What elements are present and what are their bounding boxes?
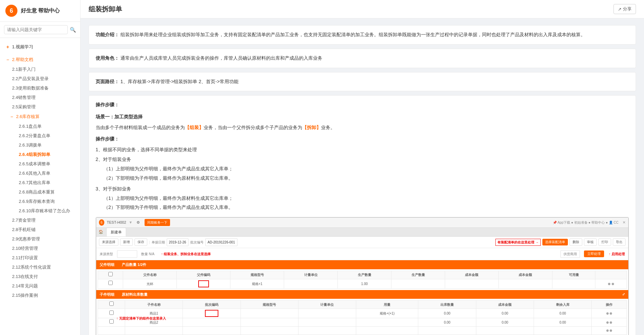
user-role-text: 通常由生产人员或库管人员完成拆装业务的操作，库管人员确认原材料的出库和产成品的入… bbox=[120, 55, 322, 61]
sidebar-item-28[interactable]: 2.8手机旺铺 bbox=[0, 225, 80, 234]
sim-section-header-bottom: 子件明细 原材料出库数量 ⤢ bbox=[96, 290, 628, 299]
step2: 2、对于组装业务 bbox=[96, 156, 629, 164]
search-area: 🔍 bbox=[0, 22, 80, 38]
sim-screen: 6 TEST-H002 ▼ ⚙ 同期账务一下 📌 App下载 ● 初始准备 ● … bbox=[96, 217, 629, 335]
step2-2: （2）下部明细为子件明细，最终作为原材料生成其它出库单。 bbox=[96, 174, 629, 182]
sim-btn-delete[interactable]: 删除 bbox=[570, 238, 582, 246]
page-path-label: 页面路径： bbox=[96, 79, 119, 84]
sidebar-item-213[interactable]: 2.13在线支付 bbox=[0, 272, 80, 281]
search-input[interactable] bbox=[4, 25, 68, 34]
sidebar-item-262[interactable]: 2.6.2分量盘点单 bbox=[7, 131, 80, 141]
sidebar-item-266[interactable]: 2.6.6其他入库单 bbox=[7, 169, 80, 178]
th-cost: 成本金额 bbox=[445, 271, 498, 279]
user-role-label: 使用角色： bbox=[96, 55, 119, 61]
sub-table-row: 商品1 规格+(+1) 0.00 0.00 0.00 ⊕ ⊗ bbox=[98, 309, 627, 318]
sidebar-item-264[interactable]: 2.6.4组装拆卸单 bbox=[7, 150, 80, 159]
sim-settings-icon: ⚙ bbox=[137, 219, 140, 226]
screenshot-container: 6 TEST-H002 ▼ ⚙ 同期账务一下 📌 App下载 ● 初始准备 ● … bbox=[96, 217, 629, 335]
th-cost2: 成本金额 bbox=[498, 271, 552, 279]
user-role-block: 使用角色： 通常由生产人员或库管人员完成拆装业务的操作，库管人员确认原材料的出库… bbox=[89, 49, 636, 68]
sim-annotation-enable: ↑ 启用处理 bbox=[609, 251, 625, 257]
sidebar-item-215[interactable]: 2.15操作案例 bbox=[0, 291, 80, 300]
steps-label: 操作步骤： bbox=[96, 135, 629, 143]
sidebar-item-212[interactable]: 2.12系统个性化设置 bbox=[0, 263, 80, 272]
sim-yongyong-label: 供货商用 bbox=[560, 250, 580, 258]
sim-btn-source[interactable]: 来源选择 bbox=[99, 238, 118, 246]
sim-nav-icons: 📌 App下载 ● 初始准备 ● 帮助中心 ● 👤 CC bbox=[553, 220, 619, 225]
sidebar-item-docs[interactable]: − 2.帮助文档 bbox=[0, 55, 80, 65]
minus-icon: − bbox=[5, 57, 10, 62]
th-in-qty: 生产数量 bbox=[391, 271, 445, 279]
sim-date-label: 单据日期 bbox=[152, 239, 165, 245]
sub-row-checkbox[interactable] bbox=[109, 311, 114, 315]
sidebar-item-214[interactable]: 2.14常见问题 bbox=[0, 281, 80, 291]
th-op bbox=[595, 271, 627, 279]
sim-titlebar: 6 TEST-H002 ▼ ⚙ 同期账务一下 📌 App下载 ● 初始准备 ● … bbox=[96, 218, 628, 228]
feature-intro-text: 组装拆卸单用来处理企业组装或拆卸等加工业务，支持有固定装配清单的产品加工业务，也… bbox=[120, 32, 585, 37]
sub-row-checkbox-2[interactable] bbox=[109, 319, 114, 324]
sub-table-row: ⊕ ⊗ bbox=[98, 327, 627, 335]
table-row: 光杯 规格+1 1.00 ⊕ ⊗ bbox=[98, 279, 627, 288]
sim-btn-confirm[interactable]: 立即处理 bbox=[584, 250, 604, 257]
main-area: 组装拆卸单 ↗ 分享 功能介绍： 组装拆卸单用来处理企业组装或拆卸等加工业务，支… bbox=[80, 0, 644, 335]
share-icon: ↗ bbox=[618, 7, 622, 12]
sidebar-item-video[interactable]: + 1.视频学习 bbox=[0, 42, 80, 52]
sidebar-item-261[interactable]: 2.6.1盘点单 bbox=[7, 122, 80, 131]
sidebar-item-27[interactable]: 2.7资金管理 bbox=[0, 216, 80, 225]
sim-sub-table: 子件名称 批次编码 规格型号 计量单位 用量 出库数量 成本金额 剩余入库 操作 bbox=[98, 300, 627, 335]
step3: 3、对于拆卸业务 bbox=[96, 185, 629, 193]
th-check bbox=[98, 271, 123, 279]
highlighted-cell bbox=[198, 280, 209, 287]
th-code: 父件编码 bbox=[177, 271, 230, 279]
sim-dropdown-icon: ▼ bbox=[129, 219, 132, 226]
minus-icon-2: − bbox=[9, 114, 14, 119]
sim-home-icon: 🏠 bbox=[96, 228, 106, 236]
sidebar-item-265[interactable]: 2.6.5成本调整单 bbox=[7, 159, 80, 169]
sim-btn-export[interactable]: 导出 bbox=[613, 238, 626, 246]
sidebar-label-inventory: 2.6库存核算 bbox=[16, 114, 40, 120]
search-button[interactable]: 🔍 bbox=[70, 27, 76, 33]
feature-intro-block: 功能介绍： 组装拆卸单用来处理企业组装或拆卸等加工业务，支持有固定装配清单的产品… bbox=[89, 25, 636, 45]
sidebar-item-267[interactable]: 2.6.7其他出库单 bbox=[7, 178, 80, 187]
sub-th-checkbox[interactable] bbox=[109, 301, 114, 306]
th-checkbox[interactable] bbox=[108, 272, 113, 276]
sim-date-value: 2019-12-26 bbox=[167, 238, 189, 246]
nav-tree: + 1.视频学习 − 2.帮助文档 2.1新手入门 2.2产品安装及登录 2.3… bbox=[0, 38, 80, 335]
sub-table-row: 商品2 0.00 0.00 0.00 ⊕ ⊗ bbox=[98, 318, 627, 327]
sidebar-item-sales[interactable]: 2.4销售管理 bbox=[0, 93, 80, 102]
sidebar-item-newuser[interactable]: 2.1新手入门 bbox=[0, 65, 80, 74]
sim-top-table: 父件名称 父件编码 规格型号 计量单位 生产数量 生产数量 成本金额 成本金额 … bbox=[98, 271, 627, 289]
step3-1: （1）上部明细为父件明细，最终作为原材料生成其它出库单； bbox=[96, 194, 629, 203]
sidebar-item-29[interactable]: 2.9优惠券管理 bbox=[0, 234, 80, 244]
sidebar-item-211[interactable]: 2.11打印设置 bbox=[0, 253, 80, 263]
sim-bottom-table-wrapper: ↑ 无固定清单下的组件在这里录入 子件名称 批次编码 规格型号 计量单位 用量 bbox=[96, 299, 628, 335]
row-checkbox[interactable] bbox=[108, 281, 113, 285]
step2-1: （1）上部明细为父件明细，最终作为产成品生成其它入库单； bbox=[96, 165, 629, 173]
sidebar-item-263[interactable]: 2.6.3调拨单 bbox=[7, 141, 80, 150]
sidebar-item-install[interactable]: 2.2产品安装及登录 bbox=[0, 74, 80, 83]
th-unit: 计量单位 bbox=[284, 271, 338, 279]
page-title: 组装拆卸单 bbox=[89, 5, 122, 14]
step3-2: （2）下部明细为子件明细，最终作为产成品生成其它入库单。 bbox=[96, 204, 629, 212]
sidebar-item-2610[interactable]: 2.6.10库存账本错了怎么办 bbox=[7, 206, 80, 216]
sim-btn-new[interactable]: 新增 bbox=[120, 238, 133, 246]
sidebar-label-1: 1.视频学习 bbox=[12, 44, 33, 50]
sidebar-item-269[interactable]: 2.6.9库存账本查询 bbox=[7, 197, 80, 206]
sidebar-item-210[interactable]: 2.10经营管理 bbox=[0, 244, 80, 253]
scene1-desc: 当由多个子件材料组装成一个成品的业务为【组装】业务，当由一个父件拆分成多个子产品… bbox=[96, 124, 629, 132]
page-path-block: 页面路径： 1、库存核算->库存管理->组装拆卸单 2、首页->常用功能 bbox=[89, 72, 636, 92]
sidebar-item-inventory[interactable]: − 2.6库存核算 bbox=[0, 112, 80, 122]
sidebar-item-data-prep[interactable]: 2.3使用前数据准备 bbox=[0, 83, 80, 93]
sim-tab-new[interactable]: 新建单 bbox=[106, 228, 126, 236]
sim-btn-save[interactable]: 保存 bbox=[135, 238, 147, 246]
sim-btn-print[interactable]: 打印 bbox=[598, 238, 611, 246]
share-button[interactable]: ↗ 分享 bbox=[613, 4, 636, 14]
sim-top-table-wrapper: 父件名称 父件编码 规格型号 计量单位 生产数量 生产数量 成本金额 成本金额 … bbox=[96, 269, 628, 290]
nav-section-1: + 1.视频学习 bbox=[0, 41, 80, 53]
sim-btn-audit[interactable]: 审核 bbox=[584, 238, 597, 246]
sidebar-item-268[interactable]: 2.6.8商品成本重算 bbox=[7, 187, 80, 197]
sim-btn-bom[interactable]: 选择装配清单 bbox=[542, 239, 568, 245]
sidebar-item-purchase[interactable]: 2.5采购管理 bbox=[0, 102, 80, 112]
sim-type-label: 来源类型 bbox=[100, 251, 113, 257]
operation-steps-block: 操作步骤： 场景一：加工类型选择 当由多个子件材料组装成一个成品的业务为【组装】… bbox=[89, 95, 636, 335]
